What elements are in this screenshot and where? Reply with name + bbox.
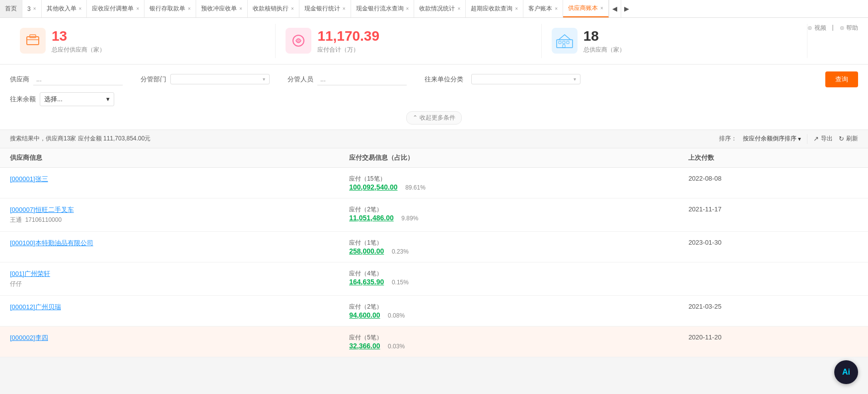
category-label: 往来单位分类 bbox=[425, 75, 463, 84]
ap-amount-001[interactable]: 164,635.90 bbox=[349, 278, 384, 286]
table-row: [000012]广州贝瑞 应付（2笔） 94,600.00 0.08% 2021… bbox=[0, 296, 868, 327]
top-nav: 首页 3 × 其他收入单 × 应收应付调整单 × 银行存取款单 × 预收冲应收单… bbox=[0, 0, 868, 18]
ap-pct-000007: 9.89% bbox=[401, 215, 418, 222]
ap-amount-000100[interactable]: 258,000.00 bbox=[349, 247, 384, 255]
category-select[interactable]: ▾ bbox=[471, 74, 580, 84]
ap-suppliers-info: 13 总应付供应商（家） bbox=[52, 28, 105, 54]
nav-tab-receipt-verify[interactable]: 收款核销执行 × bbox=[248, 0, 299, 17]
nav-tab-other-income[interactable]: 其他收入单 × bbox=[42, 0, 87, 17]
table-row: [000002]李四 应付（5笔） 32,366.00 0.03% 2020-1… bbox=[0, 327, 868, 357]
close-tab-3[interactable]: × bbox=[33, 6, 36, 11]
close-prepaid-ar[interactable]: × bbox=[239, 6, 242, 11]
ap-transaction-000012: 应付（2笔） 94,600.00 0.08% bbox=[349, 303, 688, 319]
search-area: 供应商 分管部门 ▾ 分管人员 往来单位分类 ▾ 查询 bbox=[0, 65, 868, 130]
last-pay-000012: 2021-03-25 bbox=[688, 303, 858, 310]
balance-label: 往来余额 bbox=[10, 95, 36, 104]
table-header: 供应商信息 应付交易信息（占比） 上次付数 bbox=[0, 148, 868, 168]
total-suppliers-label: 总供应商（家） bbox=[583, 46, 625, 54]
nav-tab-ar-ap-adjust[interactable]: 应收应付调整单 × bbox=[87, 0, 145, 17]
nav-tab-home[interactable]: 首页 bbox=[0, 0, 22, 17]
supplier-contact-000007: 王通 17106110000 bbox=[10, 216, 349, 224]
last-pay-000100: 2023-01-30 bbox=[688, 239, 858, 246]
supplier-link-000007[interactable]: [000007]恒旺二手叉车 bbox=[10, 205, 349, 214]
close-ar-ap-adjust[interactable]: × bbox=[136, 6, 139, 11]
search-row-2: 往来余额 选择... ▾ bbox=[10, 92, 858, 106]
nav-tab-overdue-ar[interactable]: 超期应收款查询 × bbox=[466, 0, 523, 17]
result-actions: 排序： 按应付余额倒序排序 ▾ ↗ 导出 ↻ 刷新 bbox=[719, 134, 858, 144]
balance-placeholder: 选择... bbox=[44, 95, 63, 104]
dept-select[interactable]: ▾ bbox=[170, 74, 270, 84]
total-suppliers-icon bbox=[552, 28, 578, 54]
ap-label-000007: 应付（2笔） bbox=[349, 205, 688, 214]
supplier-info-000002: [000002]李四 bbox=[10, 333, 349, 342]
nav-tab-receipt-stat[interactable]: 收款情况统计 × bbox=[414, 0, 466, 17]
nav-tab-prepaid-ar[interactable]: 预收冲应收单 × bbox=[196, 0, 248, 17]
ap-label-000012: 应付（2笔） bbox=[349, 303, 688, 311]
close-customer-book[interactable]: × bbox=[555, 6, 558, 11]
close-receipt-verify[interactable]: × bbox=[291, 6, 294, 11]
ap-pct-000100: 0.23% bbox=[392, 248, 409, 255]
nav-tab-customer-book[interactable]: 客户账本 × bbox=[523, 0, 563, 17]
supplier-link-000100[interactable]: [000100]本特勤油品有限公司 bbox=[10, 239, 349, 248]
query-button[interactable]: 查询 bbox=[825, 71, 858, 87]
close-overdue-ar[interactable]: × bbox=[515, 6, 518, 11]
ap-transaction-000007: 应付（2笔） 11,051,486.00 9.89% bbox=[349, 205, 688, 222]
sort-select[interactable]: 按应付余额倒序排序 ▾ bbox=[743, 134, 801, 143]
person-input[interactable] bbox=[317, 73, 407, 85]
close-bank-deposit[interactable]: × bbox=[188, 6, 191, 11]
ap-amount-info: 11,170.39 应付合计（万） bbox=[317, 28, 379, 54]
supplier-info-000001: [000001]张三 bbox=[10, 175, 349, 184]
ap-pct-000012: 0.08% bbox=[388, 312, 405, 319]
supplier-info-000012: [000012]广州贝瑞 bbox=[10, 303, 349, 312]
supplier-link-000012[interactable]: [000012]广州贝瑞 bbox=[10, 303, 349, 312]
ap-amount-000007[interactable]: 11,051,486.00 bbox=[349, 214, 394, 222]
nav-tab-cash-bank-stat[interactable]: 现金银行统计 × bbox=[299, 0, 351, 17]
balance-field: 往来余额 选择... ▾ bbox=[10, 92, 114, 106]
last-pay-000002: 2020-11-20 bbox=[688, 333, 858, 341]
ap-amount-label: 应付合计（万） bbox=[317, 46, 379, 54]
ap-amount-000002[interactable]: 32,366.00 bbox=[349, 342, 380, 350]
col-header-last-payment: 上次付数 bbox=[688, 153, 858, 162]
close-receipt-stat[interactable]: × bbox=[457, 6, 460, 11]
supplier-link-001[interactable]: [001]广州荣轩 bbox=[10, 269, 349, 278]
data-table: 供应商信息 应付交易信息（占比） 上次付数 [000001]张三 应付（15笔）… bbox=[0, 148, 868, 357]
total-suppliers-number: 18 bbox=[583, 28, 625, 45]
close-cash-bank-flow[interactable]: × bbox=[406, 6, 409, 11]
nav-prev-arrow[interactable]: ◀ bbox=[609, 0, 621, 17]
nav-tab-bank-deposit[interactable]: 银行存取款单 × bbox=[145, 0, 196, 17]
table-row: [000001]张三 应付（15笔） 100,092,540.00 89.61%… bbox=[0, 168, 868, 198]
export-icon: ↗ bbox=[813, 135, 819, 142]
supplier-link-000002[interactable]: [000002]李四 bbox=[10, 333, 349, 342]
svg-rect-7 bbox=[563, 41, 565, 44]
export-button[interactable]: ↗ 导出 bbox=[813, 134, 833, 143]
nav-tab-3[interactable]: 3 × bbox=[22, 0, 42, 17]
supplier-info-000007: [000007]恒旺二手叉车 王通 17106110000 bbox=[10, 205, 349, 224]
summary-bar: 13 总应付供应商（家） 11,170.39 应付合计（万） bbox=[0, 18, 868, 65]
balance-select[interactable]: 选择... ▾ bbox=[40, 92, 114, 106]
supplier-link-000001[interactable]: [000001]张三 bbox=[10, 175, 349, 184]
close-other-income[interactable]: × bbox=[79, 6, 82, 11]
supplier-input[interactable] bbox=[33, 73, 123, 85]
ap-amount-000001[interactable]: 100,092,540.00 bbox=[349, 183, 397, 191]
refresh-button[interactable]: ↻ 刷新 bbox=[839, 134, 858, 143]
nav-tab-cash-bank-flow[interactable]: 现金银行流水查询 × bbox=[351, 0, 415, 17]
video-link[interactable]: ⊙ 视频 bbox=[807, 24, 826, 32]
summary-card-ap-suppliers: 13 总应付供应商（家） bbox=[10, 24, 276, 58]
ap-amount-000012[interactable]: 94,600.00 bbox=[349, 311, 380, 319]
ap-pct-000002: 0.03% bbox=[388, 343, 405, 350]
close-supplier-book[interactable]: × bbox=[600, 5, 603, 11]
nav-next-arrow[interactable]: ▶ bbox=[621, 0, 633, 17]
supplier-info-000100: [000100]本特勤油品有限公司 bbox=[10, 239, 349, 248]
collapse-button[interactable]: ⌃ 收起更多条件 bbox=[406, 111, 461, 125]
summary-card-total-suppliers: 18 总供应商（家） bbox=[542, 24, 807, 58]
ap-suppliers-label: 总应付供应商（家） bbox=[52, 46, 105, 54]
close-cash-bank-stat[interactable]: × bbox=[343, 6, 346, 11]
nav-tab-supplier-book[interactable]: 供应商账本 × bbox=[563, 0, 609, 17]
category-field: 往来单位分类 ▾ bbox=[425, 74, 817, 84]
supplier-contact-001: 仔仔 bbox=[10, 280, 349, 288]
ap-pct-000001: 89.61% bbox=[405, 184, 426, 191]
svg-rect-6 bbox=[559, 41, 561, 44]
summary-card-ap-amount: 11,170.39 应付合计（万） bbox=[276, 24, 541, 58]
divider-1 bbox=[807, 134, 807, 144]
help-link[interactable]: ⊙ 帮助 bbox=[840, 24, 858, 32]
